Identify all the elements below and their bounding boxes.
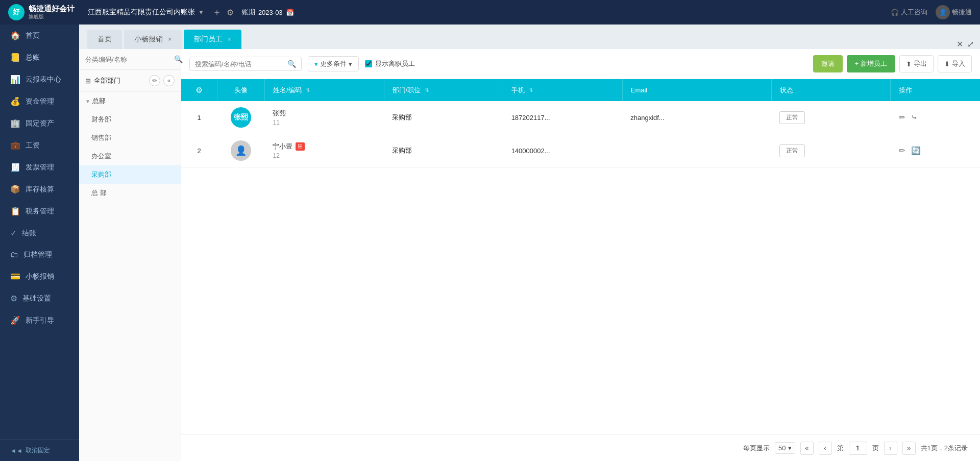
assets-icon: 🏢 xyxy=(10,118,20,128)
tab-expense-close[interactable]: × xyxy=(168,36,172,43)
classification-search-input[interactable] xyxy=(85,56,171,63)
service-button[interactable]: 🎧 人工咨询 xyxy=(891,8,927,17)
sidebar-item-label: 新手引导 xyxy=(26,316,54,325)
sidebar-item-home[interactable]: 🏠 首页 xyxy=(0,25,79,46)
sidebar-item-funds[interactable]: 💰 资金管理 xyxy=(0,90,79,112)
app-logo-icon: 好 xyxy=(8,4,24,20)
row-2-name: 宁小壹 应 12 xyxy=(264,134,384,167)
row-2-avatar: 👤 xyxy=(217,134,264,167)
sidebar: 🏠 首页 📒 总账 📊 云报表中心 💰 资金管理 🏢 固定资产 💼 工资 🧾 发… xyxy=(0,25,79,461)
more-filter-button[interactable]: ▾ 更多条件 ▾ xyxy=(308,56,359,71)
per-page-select[interactable]: 50 ▾ xyxy=(775,442,795,454)
column-settings-gear-icon[interactable]: ⚙ xyxy=(195,85,203,95)
sidebar-item-label: 归档管理 xyxy=(23,250,52,259)
filter-icon: ▾ xyxy=(314,60,318,68)
unpin-button[interactable]: ◄◄ 取消固定 xyxy=(0,440,79,461)
left-panel: 🔍 ⊞ 全部部门 ✏ « ▼ 总部 xyxy=(79,49,181,461)
sidebar-item-invoices[interactable]: 🧾 发票管理 xyxy=(0,156,79,178)
sidebar-item-guide[interactable]: 🚀 新手引导 xyxy=(0,309,79,331)
tab-home[interactable]: 首页 xyxy=(87,30,122,49)
tab-expense[interactable]: 小畅报销 × xyxy=(124,30,182,49)
sidebar-item-payroll[interactable]: 💼 工资 xyxy=(0,134,79,156)
next-page-button[interactable]: › xyxy=(884,442,897,455)
guide-icon: 🚀 xyxy=(10,316,20,325)
sidebar-item-label: 税务管理 xyxy=(26,207,54,216)
header-right: 🎧 人工咨询 👤 畅捷通 xyxy=(891,5,972,19)
reports-icon: 📊 xyxy=(10,75,20,84)
dept-item-hq[interactable]: 总 部 xyxy=(79,184,181,202)
export-button[interactable]: ⬆ 导出 xyxy=(899,55,934,72)
collapse-panel-button[interactable]: « xyxy=(163,75,175,86)
show-resigned-label[interactable]: 显示离职员工 xyxy=(365,59,415,68)
sidebar-item-ledger[interactable]: 📒 总账 xyxy=(0,46,79,68)
sidebar-item-inventory[interactable]: 📦 库存核算 xyxy=(0,178,79,200)
home-icon: 🏠 xyxy=(10,31,20,40)
employee-search-icon[interactable]: 🔍 xyxy=(287,60,296,68)
status-badge: 正常 xyxy=(779,144,805,157)
edit-employee-button[interactable]: ✏ xyxy=(899,113,905,122)
app-logo-text: 畅捷通好会计 旗舰版 xyxy=(29,4,75,20)
sidebar-item-archive[interactable]: 🗂 归档管理 xyxy=(0,244,79,265)
th-avatar: 头像 xyxy=(217,79,264,101)
th-email: Email xyxy=(622,79,771,101)
settings-icon[interactable]: ⚙ xyxy=(227,8,234,17)
dept-item-office[interactable]: 办公室 xyxy=(79,147,181,165)
pin-icon: ◄◄ xyxy=(10,447,22,454)
edit-dept-button[interactable]: ✏ xyxy=(149,75,160,86)
sidebar-item-settings[interactable]: ⚙ 基础设置 xyxy=(0,287,79,309)
right-panel: 🔍 ▾ 更多条件 ▾ 显示离职员工 邀请 + 新增员工 xyxy=(181,49,980,461)
invite-button[interactable]: 邀请 xyxy=(813,55,843,72)
sidebar-item-label: 云报表中心 xyxy=(26,75,61,84)
inventory-icon: 📦 xyxy=(10,184,20,194)
invoices-icon: 🧾 xyxy=(10,162,20,172)
avatar-image: 👤 xyxy=(231,140,251,161)
sidebar-item-reports[interactable]: 📊 云报表中心 xyxy=(0,68,79,90)
sidebar-item-expense[interactable]: 💳 小畅报销 xyxy=(0,265,79,287)
import-icon: ⬇ xyxy=(944,60,950,68)
tab-employees-close[interactable]: × xyxy=(228,36,231,43)
dept-group-hq[interactable]: ▼ 总部 xyxy=(79,92,181,110)
dept-sort-icon: ⇅ xyxy=(425,87,429,93)
delete-employee-button[interactable]: 🔄 xyxy=(911,146,921,155)
table-header-row: ⚙ 头像 姓名/编码 ⇅ xyxy=(181,79,980,101)
archive-icon: 🗂 xyxy=(10,250,18,259)
last-page-button[interactable]: » xyxy=(902,442,916,455)
sidebar-item-label: 发票管理 xyxy=(26,163,54,172)
close-window-icon[interactable]: ✕ xyxy=(957,39,963,49)
dept-expand-icon: ▼ xyxy=(85,99,90,104)
th-name[interactable]: 姓名/编码 ⇅ xyxy=(264,79,384,101)
user-menu[interactable]: 👤 畅捷通 xyxy=(936,5,972,19)
th-dept[interactable]: 部门/职位 ⇅ xyxy=(384,79,503,101)
employee-search-input[interactable] xyxy=(195,60,284,68)
per-page-dropdown-icon: ▾ xyxy=(788,444,792,452)
th-settings[interactable]: ⚙ xyxy=(181,79,217,101)
sidebar-item-tax[interactable]: 📋 税务管理 xyxy=(0,200,79,222)
ledger-icon: 📒 xyxy=(10,53,20,62)
dept-item-purchase[interactable]: 采购部 xyxy=(79,165,181,184)
row-2-status: 正常 xyxy=(771,134,891,167)
sidebar-item-assets[interactable]: 🏢 固定资产 xyxy=(0,112,79,134)
page-number-input[interactable] xyxy=(849,442,867,455)
dept-item-finance[interactable]: 财务部 xyxy=(79,110,181,129)
row-2-email xyxy=(622,134,771,167)
sidebar-item-label: 小畅报销 xyxy=(26,272,54,281)
add-tab-button[interactable]: ＋ xyxy=(212,6,222,18)
tax-icon: 📋 xyxy=(10,206,20,216)
company-selector[interactable]: 江西服宝精品有限责任公司内账张 ▼ xyxy=(88,8,204,17)
import-button[interactable]: ⬇ 导入 xyxy=(938,55,972,72)
edit-employee-2-button[interactable]: ✏ xyxy=(899,146,905,155)
th-phone[interactable]: 手机 ⇅ xyxy=(503,79,623,101)
logout-employee-button[interactable]: ⤷ xyxy=(911,113,918,122)
sidebar-item-close[interactable]: ✓ 结账 xyxy=(0,222,79,244)
content-area: 首页 小畅报销 × 部门员工 × ✕ ⤢ 🔍 xyxy=(79,25,980,461)
first-page-button[interactable]: « xyxy=(800,442,814,455)
row-2-dept: 采购部 xyxy=(384,134,503,167)
add-employee-button[interactable]: + 新增员工 xyxy=(847,55,895,72)
department-list: ▼ 总部 财务部 销售部 办公室 采购部 xyxy=(79,92,181,461)
prev-page-button[interactable]: ‹ xyxy=(819,442,832,455)
show-resigned-checkbox[interactable] xyxy=(365,60,372,67)
dept-item-sales[interactable]: 销售部 xyxy=(79,129,181,147)
expand-window-icon[interactable]: ⤢ xyxy=(967,39,974,49)
tab-employees[interactable]: 部门员工 × xyxy=(184,30,241,49)
calendar-icon[interactable]: 📅 xyxy=(286,9,294,16)
